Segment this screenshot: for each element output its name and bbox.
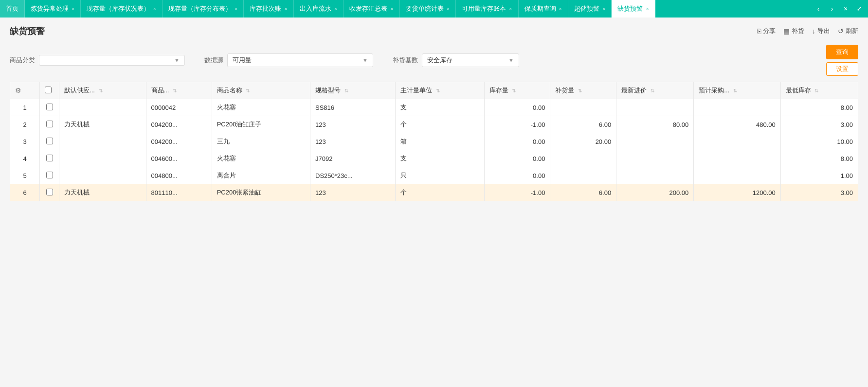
nav-tab-3[interactable]: 现存量（库存分布表） × xyxy=(163,0,244,18)
row-index-2: 3 xyxy=(10,133,40,150)
row-min-stock-3: 8.00 xyxy=(780,150,858,167)
row-checkbox-5[interactable] xyxy=(40,184,59,201)
nav-expand[interactable]: ⤢ xyxy=(852,2,866,16)
nav-tab-9[interactable]: 保质期查询 × xyxy=(519,0,568,18)
row-latest-price-5: 200.00 xyxy=(616,184,694,201)
settings-button[interactable]: 设置 xyxy=(826,62,858,76)
col-name-label: 商品名称 xyxy=(217,87,242,94)
nav-tab-8-close[interactable]: × xyxy=(509,6,512,12)
forecast-sort-icon[interactable]: ⇅ xyxy=(733,88,737,93)
row-stock-0: 0.00 xyxy=(484,99,550,116)
row-select-3[interactable] xyxy=(46,155,53,161)
replenish-button[interactable]: ▤ 补货 xyxy=(783,27,804,35)
row-supplier-5: 力天机械 xyxy=(59,184,146,201)
nav-tab-4-close[interactable]: × xyxy=(284,6,287,12)
latest-price-sort-icon[interactable]: ⇅ xyxy=(651,88,654,93)
min-stock-sort-icon[interactable]: ⇅ xyxy=(814,88,818,93)
row-name-4: 离合片 xyxy=(212,167,310,184)
nav-tab-2-label: 现存量（库存状况表） xyxy=(87,4,150,13)
row-select-1[interactable] xyxy=(46,121,53,127)
nav-tab-11-label: 缺货预警 xyxy=(617,4,643,13)
col-forecast-label: 预计采购... xyxy=(699,87,729,94)
col-min-stock: 最低库存 ⇅ xyxy=(780,82,858,99)
nav-scroll-right[interactable]: › xyxy=(825,2,839,16)
code-sort-icon[interactable]: ⇅ xyxy=(173,88,177,93)
datasource-select[interactable]: 可用量 ▼ xyxy=(227,53,373,67)
supplier-sort-icon[interactable]: ⇅ xyxy=(99,88,103,93)
row-replenish-5: 6.00 xyxy=(550,184,616,201)
category-select[interactable]: ▼ xyxy=(39,55,185,66)
row-replenish-2: 20.00 xyxy=(550,133,616,150)
refresh-label: 刷新 xyxy=(846,27,858,35)
nav-tab-6[interactable]: 收发存汇总表 × xyxy=(344,0,399,18)
share-icon: ⎘ xyxy=(757,27,761,35)
nav-tab-9-close[interactable]: × xyxy=(559,6,562,12)
row-checkbox-2[interactable] xyxy=(40,133,59,150)
nav-tab-11[interactable]: 缺货预警 × xyxy=(612,0,655,18)
row-select-4[interactable] xyxy=(46,172,53,178)
row-index-3: 4 xyxy=(10,150,40,167)
nav-tab-2[interactable]: 现存量（库存状况表） × xyxy=(81,0,162,18)
datasource-filter-group: 数据源 可用量 ▼ xyxy=(204,53,373,67)
row-forecast-3 xyxy=(694,150,781,167)
row-latest-price-0 xyxy=(616,99,694,116)
select-all-checkbox[interactable] xyxy=(45,87,52,93)
nav-tab-1[interactable]: 炼货异常处理 × xyxy=(25,0,81,18)
refresh-button[interactable]: ↺ 刷新 xyxy=(838,27,858,35)
table-row: 1 0000042 火花塞 SS816 支 0.00 8.00 xyxy=(10,99,858,116)
query-button[interactable]: 查询 xyxy=(826,45,858,59)
unit-sort-icon[interactable]: ⇅ xyxy=(436,88,440,93)
page-title: 缺货预警 xyxy=(10,25,757,37)
share-button[interactable]: ⎘ 分享 xyxy=(757,27,776,35)
replenish-filter-group: 补货基数 安全库存 ▼ xyxy=(393,53,519,67)
row-select-0[interactable] xyxy=(46,104,53,110)
nav-tab-7-close[interactable]: × xyxy=(447,6,450,12)
stock-sort-icon[interactable]: ⇅ xyxy=(512,88,516,93)
nav-tab-10-close[interactable]: × xyxy=(602,6,605,12)
col-unit-label: 主计量单位 xyxy=(400,87,432,94)
replenish-value: 安全库存 xyxy=(427,56,452,65)
export-button[interactable]: ↓ 导出 xyxy=(812,27,830,35)
nav-tab-5-close[interactable]: × xyxy=(334,6,337,12)
nav-tab-3-label: 现存量（库存分布表） xyxy=(168,4,232,13)
nav-tab-6-close[interactable]: × xyxy=(390,6,393,12)
nav-close-all[interactable]: × xyxy=(839,2,852,16)
row-forecast-5: 1200.00 xyxy=(694,184,781,201)
row-select-5[interactable] xyxy=(46,189,53,195)
row-checkbox-3[interactable] xyxy=(40,150,59,167)
row-code-1: 004200... xyxy=(146,116,212,133)
col-code-label: 商品... xyxy=(151,87,169,94)
nav-tab-8[interactable]: 可用量库存账本 × xyxy=(456,0,518,18)
row-spec-0: SS816 xyxy=(310,99,396,116)
replenish-select[interactable]: 安全库存 ▼ xyxy=(422,53,519,67)
row-checkbox-4[interactable] xyxy=(40,167,59,184)
nav-tab-home[interactable]: 首页 xyxy=(0,0,25,18)
nav-tab-11-close[interactable]: × xyxy=(646,6,649,12)
nav-tab-4-label: 库存批次账 xyxy=(250,4,281,13)
col-spec-label: 规格型号 xyxy=(315,87,341,94)
nav-tab-10[interactable]: 超储预警 × xyxy=(568,0,612,18)
nav-tab-5[interactable]: 出入库流水 × xyxy=(294,0,344,18)
row-checkbox-1[interactable] xyxy=(40,116,59,133)
row-checkbox-0[interactable] xyxy=(40,99,59,116)
nav-tab-4[interactable]: 库存批次账 × xyxy=(244,0,293,18)
replenish-sort-icon[interactable]: ⇅ xyxy=(578,88,582,93)
nav-tab-3-close[interactable]: × xyxy=(235,6,237,12)
row-supplier-1: 力天机械 xyxy=(59,116,146,133)
row-code-4: 004800... xyxy=(146,167,212,184)
col-forecast: 预计采购... ⇅ xyxy=(694,82,781,99)
col-supplier: 默认供应... ⇅ xyxy=(59,82,146,99)
row-select-2[interactable] xyxy=(46,138,53,144)
name-sort-icon[interactable]: ⇅ xyxy=(246,88,250,93)
nav-scroll-left[interactable]: ‹ xyxy=(812,2,825,16)
row-min-stock-2: 10.00 xyxy=(780,133,858,150)
datasource-label: 数据源 xyxy=(204,56,223,65)
nav-tab-2-close[interactable]: × xyxy=(153,6,156,12)
nav-tab-1-close[interactable]: × xyxy=(72,6,74,12)
col-settings[interactable]: ⚙ xyxy=(10,82,40,99)
col-code: 商品... ⇅ xyxy=(146,82,212,99)
table-row: 5 004800... 离合片 DS250*23c... 只 0.00 1.00 xyxy=(10,167,858,184)
row-latest-price-2 xyxy=(616,133,694,150)
nav-tab-7[interactable]: 要货单统计表 × xyxy=(400,0,456,18)
spec-sort-icon[interactable]: ⇅ xyxy=(344,88,348,93)
